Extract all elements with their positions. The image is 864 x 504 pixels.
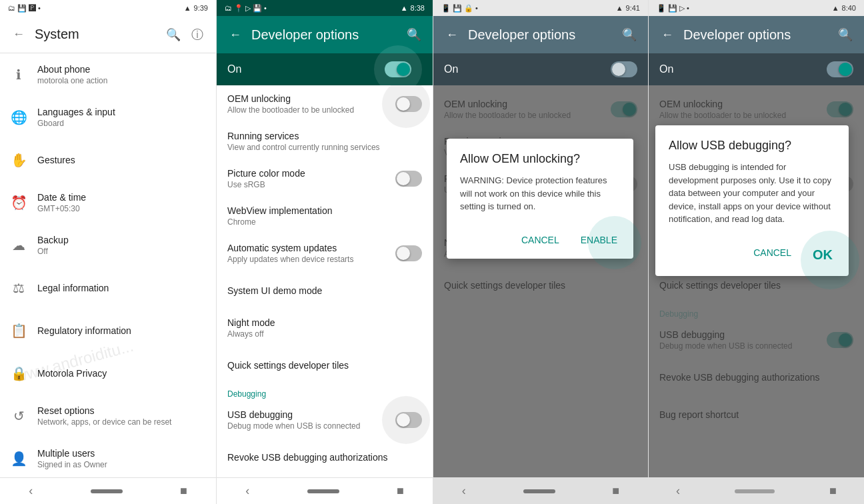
users-subtitle: Signed in as Owner — [37, 460, 205, 469]
revoke-usb-title: Revoke USB debugging authorizations — [227, 452, 422, 463]
title-r1: Developer options — [468, 27, 613, 43]
backup-subtitle: Off — [37, 247, 205, 256]
settings-item-datetime[interactable]: ⏰ Date & time GMT+05:30 — [0, 181, 216, 224]
system-ui-item[interactable]: System UI demo mode — [217, 272, 433, 309]
status-icons-r2: ▲ 8:40 — [832, 4, 856, 12]
r1-icon1: 📱 — [441, 4, 451, 13]
time-middle: 8:38 — [411, 4, 425, 12]
privacy-label: Motorola Privacy — [37, 368, 205, 379]
back-r2[interactable]: ← — [659, 27, 675, 43]
legal-icon: ⚖ — [11, 280, 27, 296]
nav-recents-r1[interactable]: ■ — [612, 484, 619, 498]
nav-home-middle[interactable] — [307, 489, 339, 493]
picture-color-toggle[interactable] — [395, 171, 422, 187]
search-button-left[interactable]: 🔍 — [165, 27, 181, 43]
nav-back-middle[interactable]: ‹ — [245, 484, 249, 498]
auto-updates-toggle[interactable] — [395, 245, 422, 261]
back-button-left[interactable]: ← — [11, 27, 27, 43]
usb-debugging-item[interactable]: USB debugging Debug mode when USB is con… — [217, 401, 433, 439]
picture-color-item[interactable]: Picture color mode Use sRGB — [217, 160, 433, 197]
usb-dialog-body: USB debugging is intended for developmen… — [655, 161, 849, 237]
regulatory-label: Regulatory information — [37, 325, 205, 336]
on-toggle-r2[interactable] — [827, 61, 853, 77]
on-header-middle[interactable]: On — [217, 53, 433, 85]
nav-recents-r2[interactable]: ■ — [829, 484, 837, 498]
on-label-middle: On — [227, 63, 374, 75]
night-mode-item[interactable]: Night mode Always off — [217, 309, 433, 347]
nav-home-r2[interactable] — [735, 489, 775, 493]
notif-icon-1: 🗂 — [8, 4, 15, 12]
webview-item[interactable]: WebView implementation Chrome — [217, 197, 433, 235]
page-title-middle: Developer options — [251, 27, 398, 43]
status-bar-middle: 🗂 📍 ▷ 💾 • ▲ 8:38 — [217, 0, 433, 16]
nav-back-r2[interactable]: ‹ — [676, 484, 680, 498]
r1-dot: • — [475, 4, 478, 12]
oem-cancel-button[interactable]: Cancel — [513, 229, 567, 251]
languages-subtitle: Gboard — [37, 119, 205, 128]
time-left: 9:39 — [194, 4, 208, 12]
back-button-middle[interactable]: ← — [227, 27, 243, 43]
settings-item-legal[interactable]: ⚖ Legal information — [0, 267, 216, 309]
nav-home-r1[interactable] — [523, 489, 555, 493]
back-r1[interactable]: ← — [444, 27, 460, 43]
settings-item-reset[interactable]: ↺ Reset options Network, apps, or device… — [0, 395, 216, 437]
auto-updates-item[interactable]: Automatic system updates Apply updates w… — [217, 235, 433, 272]
status-icons-r1: ▲ 9:41 — [616, 4, 640, 12]
app-bar-left: ← System 🔍 ⓘ — [0, 16, 216, 53]
r1-icon2: 💾 — [453, 4, 462, 13]
search-button-middle[interactable]: 🔍 — [406, 27, 422, 43]
webview-subtitle: Chrome — [227, 217, 422, 227]
nav-home-left[interactable] — [91, 489, 123, 493]
settings-item-users[interactable]: 👤 Multiple users Signed in as Owner — [0, 437, 216, 477]
notif-m4: 💾 — [253, 4, 262, 13]
on-label-r1: On — [444, 63, 611, 75]
regulatory-icon: 📋 — [11, 323, 27, 339]
usb-cancel-button[interactable]: Cancel — [745, 242, 799, 268]
oem-unlocking-item[interactable]: OEM unlocking Allow the bootloader to be… — [217, 85, 433, 123]
revoke-usb-item[interactable]: Revoke USB debugging authorizations — [217, 439, 433, 476]
nav-recents-left[interactable]: ■ — [180, 484, 187, 498]
nav-back-r1[interactable]: ‹ — [462, 484, 466, 498]
nav-recents-middle[interactable]: ■ — [397, 484, 404, 498]
nav-bar-r1: ‹ ■ — [433, 477, 648, 504]
settings-item-privacy[interactable]: 🔒 Motorola Privacy — [0, 352, 216, 395]
quick-settings-title: Quick settings developer tiles — [227, 360, 422, 371]
oem-dialog-body: WARNING: Device protection features will… — [447, 174, 633, 224]
usb-debugging-toggle[interactable] — [395, 412, 422, 428]
picture-color-subtitle: Use sRGB — [227, 180, 395, 189]
on-header-r1: On — [433, 53, 648, 85]
nav-bar-r2: ‹ ■ — [649, 477, 864, 504]
night-mode-subtitle: Always off — [227, 329, 422, 339]
r2-icon1: 📱 — [657, 4, 666, 13]
nav-bar-middle: ‹ ■ — [217, 477, 433, 504]
running-services-item[interactable]: Running services View and control curren… — [217, 123, 433, 160]
settings-item-backup[interactable]: ☁ Backup Off — [0, 224, 216, 267]
developer-options-list: OEM unlocking Allow the bootloader to be… — [217, 85, 433, 477]
notif-icons-middle: 🗂 📍 ▷ 💾 • — [225, 4, 267, 13]
nav-back-left[interactable]: ‹ — [29, 484, 33, 498]
r2-dot: • — [687, 4, 689, 12]
search-r2[interactable]: 🔍 — [837, 27, 853, 43]
on-toggle[interactable] — [385, 61, 411, 77]
system-ui-title: System UI demo mode — [227, 285, 422, 296]
overlay-container-r1: OEM unlocking Allow the bootloader to be… — [433, 85, 648, 477]
settings-item-about-phone[interactable]: ℹ About phone motorola one action — [0, 53, 216, 96]
quick-settings-item[interactable]: Quick settings developer tiles — [217, 347, 433, 384]
settings-item-regulatory[interactable]: 📋 Regulatory information — [0, 309, 216, 352]
time-r1: 9:41 — [626, 4, 640, 12]
notif-m2: 📍 — [234, 4, 243, 13]
on-toggle-r1[interactable] — [611, 61, 637, 77]
usb-dialog: Allow USB debugging? USB debugging is in… — [655, 125, 849, 276]
running-services-title: Running services — [227, 131, 422, 141]
wifi-r2: ▲ — [832, 4, 839, 12]
settings-item-languages[interactable]: 🌐 Languages & input Gboard — [0, 96, 216, 139]
oem-unlocking-toggle[interactable] — [395, 96, 422, 112]
settings-item-gestures[interactable]: ✋ Gestures — [0, 139, 216, 181]
search-r1[interactable]: 🔍 — [621, 27, 637, 43]
datetime-label: Date & time — [37, 192, 205, 203]
help-button-left[interactable]: ⓘ — [189, 27, 205, 43]
languages-label: Languages & input — [37, 107, 205, 117]
ok-circle — [801, 231, 859, 289]
running-services-subtitle: View and control currently running servi… — [227, 143, 422, 152]
backup-label: Backup — [37, 235, 205, 245]
